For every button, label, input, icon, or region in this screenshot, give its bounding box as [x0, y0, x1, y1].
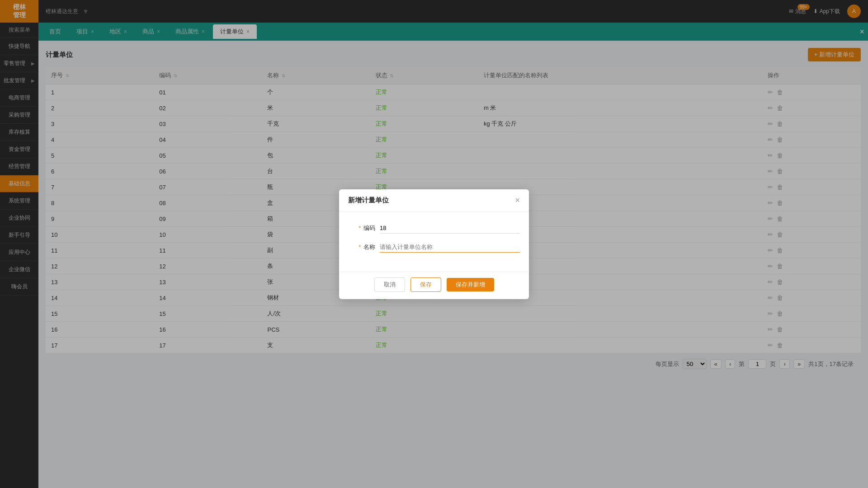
name-input[interactable]: [380, 242, 520, 253]
modal-close-button[interactable]: ×: [515, 196, 520, 205]
save-button[interactable]: 保存: [410, 277, 441, 292]
save-and-new-button[interactable]: 保存并新增: [447, 278, 494, 291]
modal-title: 新增计量单位: [348, 196, 389, 205]
name-label: * 名称: [348, 243, 375, 251]
code-required: *: [359, 225, 361, 231]
modal-body: * 编码 * 名称: [339, 212, 529, 272]
cancel-button[interactable]: 取消: [374, 277, 405, 292]
modal-footer: 取消 保存 保存并新增: [339, 272, 529, 299]
name-required: *: [359, 244, 361, 250]
name-form-row: * 名称: [348, 242, 520, 253]
add-unit-modal: 新增计量单位 × * 编码 * 名称 取消 保存 保存并新增: [339, 189, 529, 299]
code-form-row: * 编码: [348, 223, 520, 234]
code-input[interactable]: [380, 223, 520, 234]
code-label: * 编码: [348, 224, 375, 232]
modal-overlay: 新增计量单位 × * 编码 * 名称 取消 保存 保存并新增: [0, 0, 868, 488]
modal-header: 新增计量单位 ×: [339, 189, 529, 212]
